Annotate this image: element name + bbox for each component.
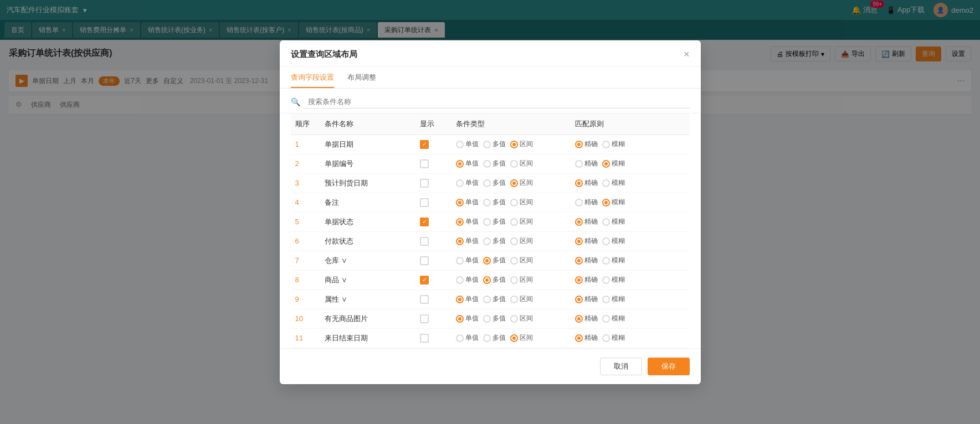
- search-box: 🔍: [280, 89, 701, 113]
- settings-dialog: 设置查询区域布局 × 查询字段设置 布局调整 🔍: [280, 40, 701, 122]
- th-show: 显示: [415, 113, 451, 122]
- modal-overlay: 设置查询区域布局 × 查询字段设置 布局调整 🔍: [0, 0, 980, 121]
- dialog-tabs: 查询字段设置 布局调整: [280, 67, 701, 89]
- dialog-tab-query[interactable]: 查询字段设置: [291, 67, 334, 88]
- th-type: 条件类型: [451, 113, 571, 122]
- dialog-close-btn[interactable]: ×: [684, 49, 690, 59]
- dialog-tab-layout[interactable]: 布局调整: [347, 67, 376, 88]
- dialog-header: 设置查询区域布局 ×: [280, 40, 701, 67]
- th-order: 顺序: [291, 113, 321, 122]
- th-name: 条件名称: [320, 113, 415, 122]
- search-underline: [304, 95, 690, 108]
- dialog-table-wrap: 顺序 条件名称 显示 条件类型 匹配原则: [280, 113, 701, 122]
- th-match: 匹配原则: [571, 113, 690, 122]
- search-icon: 🔍: [291, 97, 300, 106]
- dialog-title: 设置查询区域布局: [291, 49, 357, 60]
- search-input[interactable]: [308, 97, 685, 106]
- dialog-table: 顺序 条件名称 显示 条件类型 匹配原则: [291, 113, 690, 122]
